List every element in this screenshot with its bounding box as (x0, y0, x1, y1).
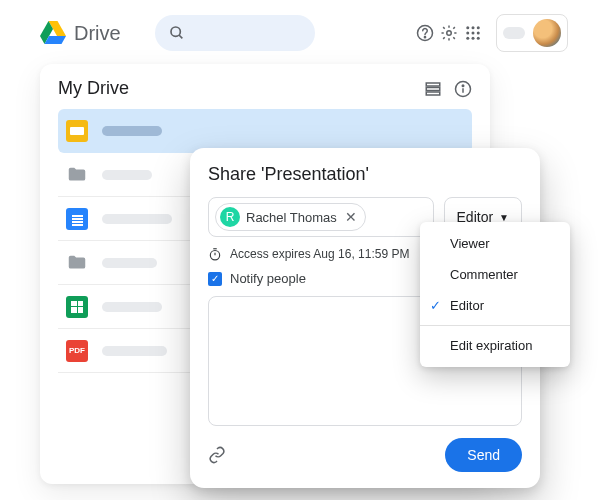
svg-point-13 (477, 32, 480, 35)
timer-icon (208, 247, 222, 261)
search-input[interactable] (155, 15, 315, 51)
app-header: Drive (0, 0, 608, 62)
pdf-icon: PDF (66, 340, 88, 362)
person-name: Rachel Thomas (246, 210, 337, 225)
svg-point-9 (472, 26, 475, 29)
file-name-placeholder (102, 126, 162, 136)
account-label-placeholder (503, 27, 525, 39)
svg-point-3 (171, 27, 180, 36)
file-name-placeholder (102, 346, 167, 356)
svg-point-22 (462, 84, 464, 86)
folder-icon (66, 252, 88, 274)
apps-icon[interactable] (464, 24, 482, 42)
svg-rect-18 (426, 87, 440, 90)
list-view-icon[interactable] (424, 80, 442, 98)
help-icon[interactable] (416, 24, 434, 42)
role-option-editor[interactable]: Editor (420, 290, 570, 321)
svg-point-23 (210, 251, 219, 260)
dropdown-divider (420, 325, 570, 326)
svg-point-14 (466, 37, 469, 40)
role-dropdown-menu: Viewer Commenter Editor Edit expiration (420, 222, 570, 367)
account-switcher[interactable] (496, 14, 568, 52)
sheets-icon (66, 296, 88, 318)
header-actions (416, 14, 568, 52)
svg-point-6 (424, 37, 425, 38)
svg-line-4 (179, 35, 182, 38)
chip-remove-icon[interactable]: ✕ (345, 209, 357, 225)
chevron-down-icon: ▼ (499, 212, 509, 223)
drive-icon (40, 21, 66, 45)
copy-link-icon[interactable] (208, 446, 226, 464)
people-input[interactable]: R Rachel Thomas ✕ (208, 197, 434, 237)
file-name-placeholder (102, 214, 172, 224)
folder-icon (66, 164, 88, 186)
svg-point-12 (472, 32, 475, 35)
person-avatar: R (220, 207, 240, 227)
search-icon (169, 25, 185, 41)
svg-point-7 (447, 31, 452, 36)
file-name-placeholder (102, 258, 157, 268)
docs-icon (66, 208, 88, 230)
product-name: Drive (74, 22, 121, 45)
file-name-placeholder (102, 170, 152, 180)
window-header: My Drive (58, 78, 472, 99)
notify-label: Notify people (230, 271, 306, 286)
file-row-presentation[interactable] (58, 109, 472, 153)
svg-point-10 (477, 26, 480, 29)
drive-logo[interactable]: Drive (40, 21, 121, 45)
file-name-placeholder (102, 302, 162, 312)
person-chip[interactable]: R Rachel Thomas ✕ (215, 203, 366, 231)
expiry-text: Access expires Aug 16, 11:59 PM (230, 247, 409, 261)
page-title: My Drive (58, 78, 129, 99)
svg-point-11 (466, 32, 469, 35)
send-button[interactable]: Send (445, 438, 522, 472)
svg-point-15 (472, 37, 475, 40)
notify-checkbox[interactable]: ✓ (208, 272, 222, 286)
svg-point-16 (477, 37, 480, 40)
slides-icon (66, 120, 88, 142)
avatar (533, 19, 561, 47)
edit-expiration-option[interactable]: Edit expiration (420, 330, 570, 361)
svg-rect-17 (426, 83, 440, 86)
share-title: Share 'Presentation' (208, 164, 522, 185)
svg-point-8 (466, 26, 469, 29)
info-icon[interactable] (454, 80, 472, 98)
svg-rect-19 (426, 92, 440, 95)
gear-icon[interactable] (440, 24, 458, 42)
role-option-viewer[interactable]: Viewer (420, 228, 570, 259)
role-option-commenter[interactable]: Commenter (420, 259, 570, 290)
